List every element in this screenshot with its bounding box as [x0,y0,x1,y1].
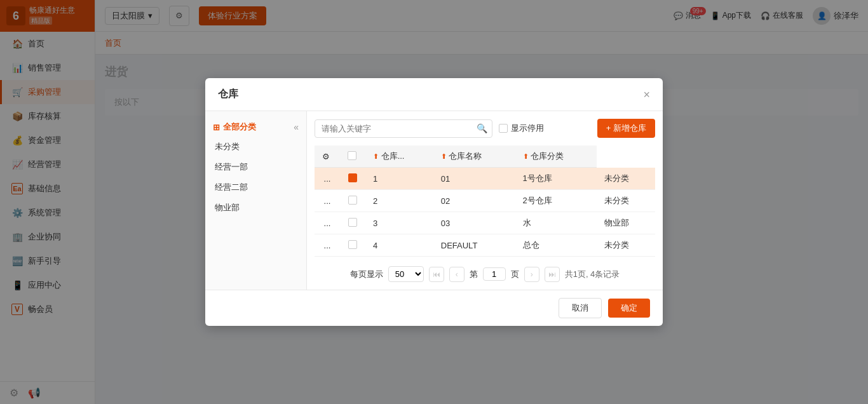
total-info: 共1页, 4条记录 [565,269,620,280]
page-input[interactable] [483,267,506,281]
warehouse-right-panel: 🔍 显示停用 + 新增仓库 ⚙ [307,111,663,290]
row-gear-1: ... [315,190,340,212]
row-check-1[interactable] [340,190,365,212]
row-category-2: 物业部 [597,212,655,234]
search-input[interactable] [315,119,492,138]
row-gear-0: ... [315,168,340,190]
warehouse-modal: 仓库 × ⊞ 全部分类 « 未分类 经营一部 经营二部 物业部 [205,78,663,326]
row-category-1: 未分类 [597,190,655,212]
row-code-1: 02 [433,190,515,212]
tree-item-uncategorized[interactable]: 未分类 [205,137,306,157]
prev-page-button[interactable]: ‹ [449,267,465,282]
category-tree-panel: ⊞ 全部分类 « 未分类 经营一部 经营二部 物业部 [205,111,307,290]
row-name-0: 1号仓库 [515,168,597,190]
warehouse-table: ⚙ ⬆ 仓库... ⬆ 仓库名称 [315,145,655,257]
tree-item-ops1[interactable]: 经营一部 [205,157,306,177]
tree-collapse-button[interactable]: « [294,122,299,132]
cancel-button[interactable]: 取消 [559,298,602,318]
row-check-0[interactable] [340,168,365,190]
row-name-2: 水 [515,212,597,234]
row-category-0: 未分类 [597,168,655,190]
table-row[interactable]: ... 2 02 2号仓库 未分类 [315,190,655,212]
sort-icon-code: ⬆ [373,152,379,160]
modal-body: ⊞ 全部分类 « 未分类 经营一部 经营二部 物业部 🔍 [205,111,663,290]
select-all-checkbox[interactable] [348,151,356,160]
row-num-0: 1 [365,168,433,190]
row-check-2[interactable] [340,212,365,234]
grid-icon: ⊞ [213,123,220,132]
modal-footer: 取消 确定 [205,290,663,326]
sort-icon-name: ⬆ [441,152,447,160]
row-code-3: DEFAULT [433,234,515,257]
row-gear-3: ... [315,234,340,257]
row-code-0: 01 [433,168,515,190]
pagination: 每页显示 50 20 100 ⏮ ‹ 第 页 › ⏭ 共1页, 4条记录 [315,266,655,282]
show-disabled-text: 显示停用 [511,123,544,134]
tree-item-ops2[interactable]: 经营二部 [205,177,306,198]
show-disabled-label[interactable]: 显示停用 [499,123,544,134]
table-row[interactable]: ... 1 01 1号仓库 未分类 [315,168,655,190]
row-name-1: 2号仓库 [515,190,597,212]
modal-header: 仓库 × [205,78,663,111]
table-row[interactable]: ... 3 03 水 物业部 [315,212,655,234]
per-page-select[interactable]: 50 20 100 [388,266,424,282]
row-check-3[interactable] [340,234,365,257]
per-page-label: 每页显示 [350,269,383,280]
row-category-3: 未分类 [597,234,655,257]
row-num-1: 2 [365,190,433,212]
modal-close-button[interactable]: × [643,89,650,100]
search-icon: 🔍 [477,123,487,133]
show-disabled-checkbox[interactable] [499,124,508,133]
th-category: ⬆ 仓库分类 [515,145,597,168]
row-gear-2: ... [315,212,340,234]
table-row[interactable]: ... 4 DEFAULT 总仓 未分类 [315,234,655,257]
modal-overlay: 仓库 × ⊞ 全部分类 « 未分类 经营一部 经营二部 物业部 [0,0,868,404]
th-name: ⬆ 仓库名称 [433,145,515,168]
tree-all-categories[interactable]: ⊞ 全部分类 [213,121,256,133]
th-check [340,145,365,168]
modal-title: 仓库 [218,88,238,101]
tree-item-property[interactable]: 物业部 [205,198,306,218]
tree-all-label: 全部分类 [223,121,256,133]
search-input-wrap: 🔍 [315,119,492,138]
tree-header: ⊞ 全部分类 « [205,118,306,137]
th-gear: ⚙ [315,145,340,168]
add-warehouse-button[interactable]: + 新增仓库 [597,119,655,138]
row-code-2: 03 [433,212,515,234]
warehouse-table-wrap: ⚙ ⬆ 仓库... ⬆ 仓库名称 [315,145,655,257]
row-name-3: 总仓 [515,234,597,257]
table-header: ⚙ ⬆ 仓库... ⬆ 仓库名称 [315,145,655,168]
row-num-2: 3 [365,212,433,234]
sort-icon-category: ⬆ [523,152,529,160]
search-bar: 🔍 显示停用 + 新增仓库 [315,119,655,138]
th-code: ⬆ 仓库... [365,145,433,168]
row-num-3: 4 [365,234,433,257]
warehouse-table-body: ... 1 01 1号仓库 未分类 ... 2 02 2号仓库 未分类 ... … [315,168,655,257]
confirm-button[interactable]: 确定 [608,299,650,318]
last-page-button[interactable]: ⏭ [545,267,560,282]
first-page-button[interactable]: ⏮ [429,267,444,282]
next-page-button[interactable]: › [524,267,539,282]
page-label: 第 [470,269,478,280]
page-suffix: 页 [511,269,519,280]
